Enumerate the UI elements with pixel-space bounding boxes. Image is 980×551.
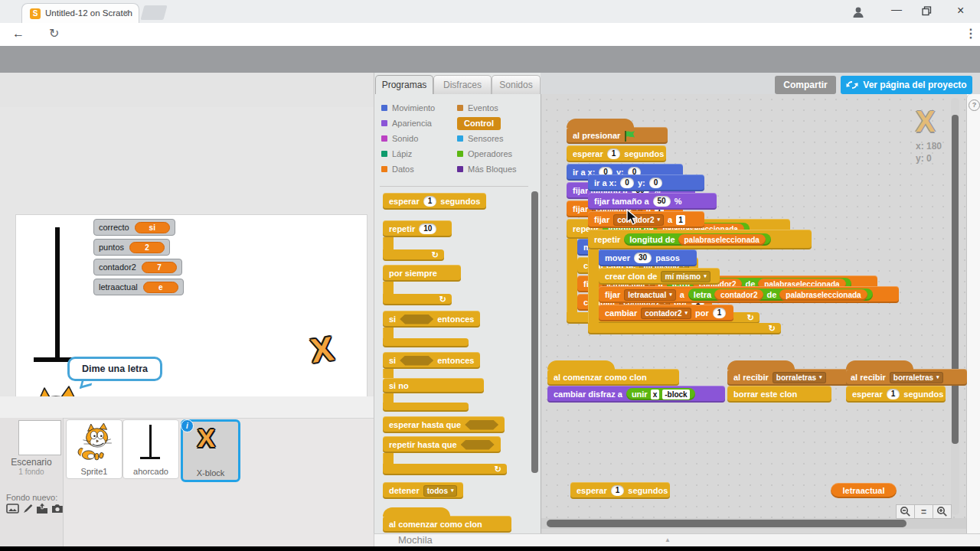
sprite-info-icon[interactable]: i [181,419,194,432]
backpack-label: Mochila [398,534,433,546]
tab-sonidos[interactable]: Sonidos [492,75,541,94]
block-set-size[interactable]: fijar tamaño a50% [588,193,717,210]
help-question-icon[interactable]: ? [969,99,980,111]
stage-selector-column: Escenario 1 fondo Fondo nuevo: [0,418,64,546]
category-lapiz[interactable]: Lápiz [381,149,412,158]
category-operadores[interactable]: Operadores [457,149,512,158]
stage-wrapper: correctosi puntos2 contador27 letraactua… [0,107,374,396]
category-datos[interactable]: Datos [381,165,414,174]
variable-monitor[interactable]: letraactuale [93,279,184,295]
block-when-clone[interactable]: al comenzar como clon [547,369,679,386]
stage-name[interactable]: Escenario [0,457,63,468]
c-spine [383,393,394,403]
category-swatch [457,135,463,142]
block-move-steps[interactable]: mover30pasos [599,249,697,266]
window-minimize-button[interactable]: — [891,3,902,15]
tab-title: Untitled-12 on Scratch [45,8,132,18]
stop-dropdown[interactable]: todos▾ [423,485,458,497]
block-create-clone[interactable]: crear clon de mí mismo▾ [599,268,720,285]
browser-menu-icon[interactable]: ⋮ [965,28,977,40]
tab-disfraces[interactable]: Disfraces [433,75,492,94]
view-project-page-button[interactable]: Ver página del proyecto [841,76,972,94]
block-variable-reporter[interactable]: letraactual [831,483,897,498]
browser-profile-icon[interactable] [851,5,865,19]
scripts-vscrollbar[interactable] [952,115,959,444]
condition-slot[interactable] [400,356,433,366]
message-dropdown[interactable]: borraletras▾ [890,372,943,383]
window-restore-button[interactable] [922,6,932,16]
block-repeat-length[interactable]: repetir longitud depalabraseleccionada [588,230,812,249]
sprite-card-ahorcado[interactable]: ahorcado [122,419,179,479]
zoom-in-button[interactable] [933,504,952,519]
tab-programas[interactable]: Programas [375,75,433,94]
variable-reporter[interactable]: contador2 [714,289,763,301]
backdrop-count: 1 fondo [0,468,63,476]
category-movimiento[interactable]: Movimiento [381,103,435,112]
variable-monitor[interactable]: puntos2 [93,239,170,256]
block-when-flag[interactable]: al presionar [567,127,668,144]
loop-arrow-icon: ↻ [769,324,776,333]
refresh-icon[interactable]: ↻ [49,28,59,40]
palette-block-when-clone[interactable]: al comenzar como clon [383,516,511,533]
variable-dropdown[interactable]: contador2▾ [641,308,691,319]
sprite-card-x-block[interactable]: X X-block i [181,419,240,482]
back-icon[interactable]: ← [12,28,24,40]
palette-scrollbar[interactable] [531,191,538,473]
zoom-reset-button[interactable]: = [914,504,933,519]
category-apariencia[interactable]: Apariencia [381,119,432,128]
block-change-variable[interactable]: cambiar contador2▾ por1 [599,305,733,321]
variable-monitor[interactable]: correctosi [93,219,175,236]
block-when-receive[interactable]: al recibir borraletras▾ [846,369,967,386]
variable-monitor[interactable]: contador27 [93,259,182,276]
block-switch-costume[interactable]: cambiar disfraz a unirx-block [547,386,725,403]
backdrop-library-icon[interactable] [6,504,19,514]
category-eventos[interactable]: Eventos [457,103,498,112]
palette-block-wait[interactable]: esperar1segundos [383,193,486,210]
window-close-button[interactable]: × [957,4,964,18]
zoom-out-button[interactable] [896,504,915,519]
palette-block-wait-until[interactable]: esperar hasta que [383,416,505,433]
length-of-operator[interactable]: longitud depalabraseleccionada [624,233,771,246]
variable-reporter[interactable]: palabraseleccionada [678,234,766,246]
condition-slot[interactable] [400,315,433,324]
block-wait-lone[interactable]: esperar1segundos [570,482,670,499]
block-set-letter[interactable]: fijar letraactual▾ a letracontador2depal… [599,286,899,303]
condition-slot[interactable] [461,440,495,450]
block-wait[interactable]: esperar1segundos [567,145,666,162]
tab-close-icon[interactable]: × [123,8,129,18]
category-mas-bloques[interactable]: Más Bloques [457,165,517,174]
camera-backdrop-icon[interactable] [51,504,64,514]
category-swatch [381,166,387,172]
letter-of-operator[interactable]: letracontador2depalabraseleccionada [688,289,873,301]
variable-reporter[interactable]: palabraseleccionada [779,289,867,301]
category-sensores[interactable]: Sensores [457,134,503,143]
scripts-hscrollbar[interactable] [547,520,906,527]
browser-tab[interactable]: S Untitled-12 on Scratch × [21,3,139,24]
palette-block-stop[interactable]: detener todos▾ [383,482,463,499]
condition-slot[interactable] [465,420,498,430]
category-swatch [457,151,463,157]
block-delete-clone[interactable]: borrar este clon [727,386,831,403]
new-tab-button[interactable] [140,5,167,20]
paint-backdrop-icon[interactable] [22,503,34,514]
block-goto-xy[interactable]: ir a x:0y:0 [588,174,704,191]
join-operator[interactable]: unirx-block [626,388,695,400]
message-dropdown[interactable]: borraletras▾ [773,372,826,383]
category-sonido[interactable]: Sonido [381,134,418,143]
clone-target-dropdown[interactable]: mí mismo▾ [661,271,710,282]
variable-dropdown[interactable]: letraactual▾ [624,289,676,301]
backpack-bar[interactable] [374,533,980,547]
stage-thumbnail[interactable] [18,420,61,455]
chevron-down-icon: ▾ [669,292,672,298]
stage-header: v458 Curso de Scratch - Proyecto Siete p… [0,73,374,108]
block-set-variable[interactable]: fijar contador2▾ a1 [588,211,704,228]
ahorcado-thumbnail-base [140,457,160,459]
monitor-value: 2 [129,242,165,253]
sprite-card-sprite1[interactable]: Sprite1 [66,419,122,479]
backpack-expand-icon[interactable]: ▲ [665,536,671,543]
share-button[interactable]: Compartir [775,76,836,94]
category-control-selected[interactable]: Control [457,117,501,130]
upload-backdrop-icon[interactable] [36,502,49,514]
c-arm: ↻ [383,464,507,475]
block-wait[interactable]: esperar1segundos [846,386,946,403]
